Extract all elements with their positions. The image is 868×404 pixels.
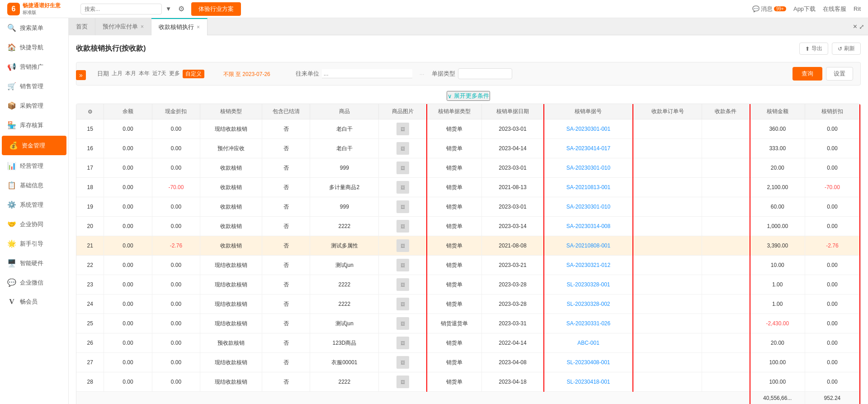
close-tab-btn[interactable]: × — [853, 23, 857, 31]
sidebar-item-collab[interactable]: 🤝 企业协同 — [0, 214, 68, 234]
sidebar-item-system[interactable]: ⚙️ 系统管理 — [0, 195, 68, 214]
table-header: ⚙ 余额 现金折扣 核销类型 包含已结清 商品 商品图片 核销单据类型 核销单据… — [76, 104, 860, 119]
search-input[interactable] — [80, 4, 162, 14]
export-btn[interactable]: ⬆ 导出 — [799, 43, 828, 55]
cell-receipt-order — [633, 197, 702, 217]
doc-no-link[interactable]: SA-20230301-001 — [566, 126, 610, 132]
counterpart-input[interactable] — [322, 69, 412, 78]
sidebar-item-finance[interactable]: 💰 资金管理 — [2, 136, 66, 155]
doc-no-link[interactable]: SA-20230321-012 — [566, 262, 610, 268]
doc-no-link[interactable]: SA-20230301-010 — [566, 204, 610, 210]
app-download-link[interactable]: App下载 — [793, 5, 816, 13]
cell-receipt-cond — [702, 256, 750, 275]
doc-no-link[interactable]: SL-20230418-001 — [566, 379, 610, 385]
solution-btn[interactable]: 体验行业方案 — [191, 2, 241, 16]
query-btn[interactable]: 查询 — [793, 67, 822, 81]
cell-balance: 0.00 — [104, 197, 152, 217]
cell-doc-type: 销货单 — [427, 333, 482, 353]
cell-balance: 0.00 — [104, 256, 152, 275]
cell-amount: 20.00 — [750, 333, 805, 353]
doc-no-link[interactable]: SA-20230301-010 — [566, 165, 610, 171]
doc-no-link[interactable]: SA-20230331-026 — [566, 320, 610, 327]
more-btn[interactable]: 更多 — [169, 70, 180, 78]
this-month-btn[interactable]: 本月 — [125, 70, 136, 78]
system-icon: ⚙️ — [7, 200, 16, 209]
doc-type-select[interactable] — [458, 68, 512, 79]
doc-no-link[interactable]: SA-20230314-008 — [566, 223, 610, 229]
cell-cash-discount: 0.00 — [152, 314, 200, 333]
cell-settled: 否 — [262, 333, 310, 353]
top-bar-center: ▼ ⚙ 体验行业方案 — [80, 2, 747, 16]
product-image: 🖼 — [396, 200, 409, 213]
last7-btn[interactable]: 近7天 — [152, 70, 166, 78]
cell-no: 23 — [76, 275, 104, 295]
table-row: 17 0.00 0.00 收款核销 否 999 🖼 销货单 2023-03-01… — [76, 158, 860, 178]
tab-prepay[interactable]: 预付冲应付单 × — [95, 18, 151, 35]
tab-writeoff-label: 收款核销执行 — [159, 23, 194, 31]
doc-no-link[interactable]: SA-20210813-001 — [566, 184, 610, 190]
tab-writeoff-close[interactable]: × — [197, 24, 200, 30]
cell-product-img: 🖼 — [379, 295, 427, 314]
cell-no: 19 — [76, 197, 104, 217]
tab-writeoff[interactable]: 收款核销执行 × — [151, 18, 208, 35]
th-writeoff-type: 核销类型 — [200, 104, 262, 119]
sidebar-item-guide[interactable]: 🌟 新手引导 — [0, 234, 68, 253]
top-bar-right: 💬 消息 99+ App下载 在线客服 Rit — [752, 5, 861, 13]
cell-product-img: 🖼 — [379, 353, 427, 372]
expand-conditions-btn[interactable]: ∨ 展开更多条件 — [447, 91, 490, 101]
dropdown-btn[interactable]: ▼ — [165, 5, 171, 12]
cell-writeoff-discount: 0.00 — [805, 197, 860, 217]
maximize-btn[interactable]: ⤢ — [859, 23, 864, 30]
cell-product: 测试多属性 — [310, 236, 379, 256]
last-month-btn[interactable]: 上月 — [112, 70, 123, 78]
cell-balance: 0.00 — [104, 333, 152, 353]
cell-amount: 100.00 — [750, 353, 805, 372]
custom-btn[interactable]: 自定义 — [183, 70, 204, 78]
product-image: 🖼 — [396, 298, 409, 310]
notification-area[interactable]: 💬 消息 99+ — [752, 5, 786, 13]
doc-no-link[interactable]: SA-20210808-001 — [566, 242, 610, 249]
collab-icon: 🤝 — [7, 220, 16, 228]
sidebar-item-quicknav[interactable]: 🏠 快捷导航 — [0, 38, 68, 57]
gear-btn[interactable]: ⚙ — [175, 3, 188, 15]
sidebar-label: 智能硬件 — [20, 259, 43, 267]
doc-no-link[interactable]: SL-20230328-001 — [566, 281, 610, 288]
doc-no-link[interactable]: ABC-001 — [577, 340, 599, 346]
home-icon: 🏠 — [7, 43, 16, 52]
doc-no-link[interactable]: SL-20230408-001 — [566, 359, 610, 366]
search-icon: 🔍 — [7, 24, 16, 32]
sidebar-item-search[interactable]: 🔍 搜索菜单 — [0, 18, 68, 38]
expand-area: ∨ 展开更多条件 — [76, 91, 861, 101]
cell-settled: 否 — [262, 197, 310, 217]
sidebar-item-inventory[interactable]: 🏪 库存核算 — [0, 115, 68, 135]
cell-no: 26 — [76, 333, 104, 353]
filter-actions: 查询 设置 — [793, 67, 853, 81]
cell-doc-no: SA-20210813-001 — [544, 178, 633, 197]
tab-home[interactable]: 首页 — [69, 18, 95, 35]
settings-btn[interactable]: 设置 — [826, 67, 853, 81]
sidebar-item-sales[interactable]: 🛒 销售管理 — [0, 76, 68, 96]
sidebar-item-basic[interactable]: 📋 基础信息 — [0, 176, 68, 195]
sidebar-item-purchase[interactable]: 📦 采购管理 — [0, 96, 68, 115]
cell-amount: 60.00 — [750, 197, 805, 217]
online-service-link[interactable]: 在线客服 — [823, 5, 846, 13]
tab-prepay-close[interactable]: × — [141, 24, 144, 30]
sidebar-item-wechat[interactable]: 💬 企业微信 — [0, 273, 68, 292]
sidebar-item-hardware[interactable]: 🖥️ 智能硬件 — [0, 253, 68, 273]
refresh-btn[interactable]: ↺ 刷新 — [832, 43, 861, 55]
doc-no-link[interactable]: SA-20230414-017 — [566, 145, 610, 152]
sidebar-item-operations[interactable]: 📊 经营管理 — [0, 156, 68, 176]
filter-toggle-btn[interactable]: » — [76, 70, 86, 80]
sidebar-item-member[interactable]: V 畅会员 — [0, 292, 68, 311]
product-image: 🖼 — [396, 317, 409, 330]
this-year-btn[interactable]: 本年 — [139, 70, 150, 78]
inventory-icon: 🏪 — [7, 121, 16, 129]
th-no: ⚙ — [76, 104, 104, 119]
doc-no-link[interactable]: SL-20230328-002 — [566, 301, 610, 307]
cell-doc-type: 销货单 — [427, 295, 482, 314]
cell-no: 25 — [76, 314, 104, 333]
sidebar-item-marketing[interactable]: 📢 营销推广 — [0, 57, 68, 76]
table-row: 23 0.00 0.00 现结收款核销 否 2222 🖼 销货单 2023-03… — [76, 275, 860, 295]
sales-icon: 🛒 — [7, 82, 16, 90]
th-product-img: 商品图片 — [379, 104, 427, 119]
